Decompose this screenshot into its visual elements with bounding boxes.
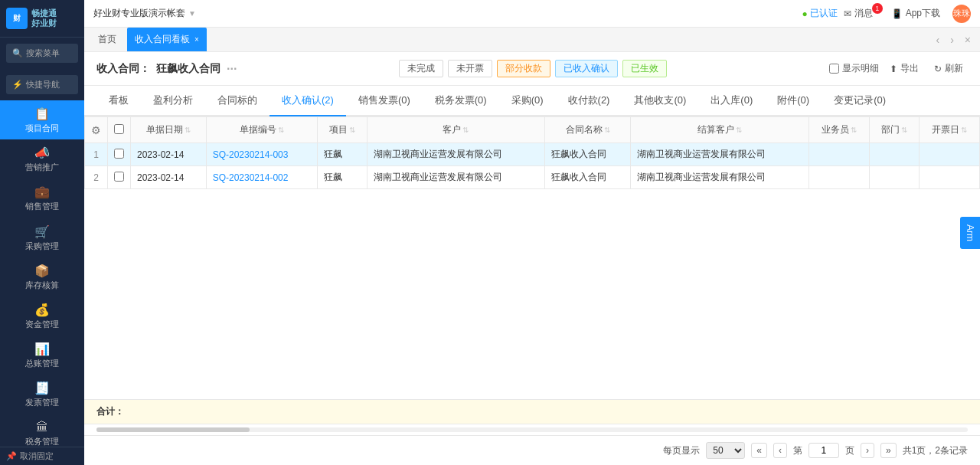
- home-tab[interactable]: 首页: [90, 28, 124, 51]
- date-sort-icon[interactable]: ⇅: [185, 126, 191, 134]
- display-detail-checkbox[interactable]: 显示明细: [829, 62, 879, 75]
- page-tab-9[interactable]: 出入库(0): [698, 86, 765, 116]
- contract-sort-icon[interactable]: ⇅: [604, 126, 610, 134]
- sidebar-item-4[interactable]: 📦 库存核算: [0, 257, 84, 296]
- row-check-1[interactable]: [108, 166, 131, 189]
- tab-close-all-button[interactable]: ×: [962, 32, 974, 47]
- first-page-button[interactable]: «: [751, 443, 767, 458]
- invoicedate-sort-icon[interactable]: ⇅: [961, 126, 967, 134]
- page-tab-5[interactable]: 税务发票(0): [423, 86, 499, 116]
- company-selector[interactable]: 好业财专业版演示帐套 ▼: [93, 7, 795, 20]
- active-tab[interactable]: 收入合同看板 ×: [127, 28, 207, 51]
- row-docno-1[interactable]: SQ-20230214-002: [206, 166, 318, 189]
- quick-nav-area[interactable]: ⚡ 快捷导航: [0, 69, 84, 100]
- table-row[interactable]: 1 2023-02-14 SQ-20230214-003 狂飙 湖南卫视商业运营…: [85, 143, 980, 166]
- refresh-button[interactable]: ↻ 刷新: [929, 61, 968, 77]
- page-tab-6[interactable]: 采购(0): [499, 86, 556, 116]
- sidebar-item-5[interactable]: 💰 资金管理: [0, 296, 84, 336]
- footer-total-label: 合计：: [96, 405, 124, 418]
- display-detail-input[interactable]: [829, 64, 839, 74]
- right-float-button[interactable]: Arm: [960, 217, 980, 249]
- sidebar-item-1[interactable]: 📣 营销推广: [0, 139, 84, 178]
- row-customer-1: 湖南卫视商业运营发展有限公司: [367, 166, 545, 189]
- sidebar-item-3[interactable]: 🛒 采购管理: [0, 218, 84, 257]
- next-page-button[interactable]: ›: [861, 443, 874, 458]
- row-num-1: 2: [85, 166, 108, 189]
- page-title-area: 收入合同： 狂飙收入合同 ···: [96, 62, 237, 76]
- page-tab-11[interactable]: 变更记录(0): [822, 86, 898, 116]
- page-tab-10[interactable]: 附件(0): [765, 86, 822, 116]
- export-button[interactable]: ⬆ 导出: [885, 61, 923, 77]
- status-tag-3[interactable]: 已收入确认: [555, 60, 618, 77]
- department-sort-icon[interactable]: ⇅: [901, 126, 907, 134]
- page-number-input[interactable]: [808, 443, 839, 458]
- select-all-checkbox[interactable]: [114, 124, 124, 134]
- tab-close-button[interactable]: ×: [194, 35, 199, 44]
- topbar-actions: ✉ 消息 1 📱 App下载 珠珠: [844, 5, 971, 23]
- table-footer: 合计：: [84, 399, 980, 424]
- app-download-button[interactable]: 📱 App下载: [891, 7, 940, 20]
- page-tab-7[interactable]: 收付款(2): [556, 86, 622, 116]
- scrollbar-thumb[interactable]: [96, 427, 250, 432]
- page-tab-3[interactable]: 收入确认(2): [270, 86, 346, 116]
- doc-link-0[interactable]: SQ-20230214-003: [213, 149, 289, 160]
- row-checkbox-0[interactable]: [114, 149, 124, 159]
- row-docno-0[interactable]: SQ-20230214-003: [206, 143, 318, 166]
- row-date-0: 2023-02-14: [131, 143, 207, 166]
- salesperson-sort-icon[interactable]: ⇅: [851, 126, 857, 134]
- per-page-select[interactable]: 50 20 100: [706, 442, 745, 459]
- prev-page-button[interactable]: ‹: [773, 443, 787, 458]
- sidebar-item-label-3: 采购管理: [25, 241, 59, 251]
- status-tag-4[interactable]: 已生效: [622, 60, 667, 77]
- sidebar-search-area[interactable]: 🔍 搜索菜单: [0, 38, 84, 69]
- docno-sort-icon[interactable]: ⇅: [278, 126, 284, 134]
- certified-label: 已认证: [810, 7, 838, 20]
- sidebar-item-7[interactable]: 🧾 发票管理: [0, 375, 84, 414]
- last-page-button[interactable]: »: [880, 443, 897, 458]
- user-menu[interactable]: 珠珠: [952, 5, 971, 23]
- content-actions: 显示明细 ⬆ 导出 ↻ 刷新: [829, 61, 968, 77]
- tab-prev-button[interactable]: ‹: [933, 32, 942, 47]
- logo-text-line1: 畅捷通: [31, 8, 57, 18]
- status-tag-2[interactable]: 部分收款: [497, 60, 550, 77]
- search-menu-button[interactable]: 🔍 搜索菜单: [6, 44, 78, 63]
- status-tag-1[interactable]: 未开票: [448, 60, 492, 77]
- settle-sort-icon[interactable]: ⇅: [736, 126, 742, 134]
- certified-badge: ● 已认证: [802, 7, 837, 20]
- page-tab-0[interactable]: 看板: [96, 86, 141, 116]
- row-dept-1: [870, 166, 919, 189]
- customer-sort-icon[interactable]: ⇅: [462, 126, 469, 134]
- sidebar-item-0[interactable]: 📋 项目合同: [0, 100, 84, 139]
- sidebar-item-icon-2: 💼: [34, 185, 50, 199]
- more-options-button[interactable]: ···: [227, 62, 237, 76]
- row-check-0[interactable]: [108, 143, 131, 166]
- doc-link-1[interactable]: SQ-20230214-002: [213, 172, 289, 183]
- tab-next-button[interactable]: ›: [947, 32, 957, 47]
- sidebar-item-label-1: 营销推广: [25, 162, 59, 172]
- message-icon: ✉: [844, 8, 851, 19]
- settle-customer-col-header: 结算客户⇅: [631, 117, 809, 143]
- sidebar-item-label-6: 总账管理: [25, 359, 59, 368]
- table-area: ⚙ 单据日期⇅ 单据编号⇅ 项目⇅ 客户⇅ 合同名称⇅ 结算客户⇅ 业务员⇅ 部…: [84, 116, 980, 399]
- table-header-row: ⚙ 单据日期⇅ 单据编号⇅ 项目⇅ 客户⇅ 合同名称⇅ 结算客户⇅ 业务员⇅ 部…: [85, 117, 980, 143]
- gear-icon[interactable]: ⚙: [91, 124, 101, 136]
- page-tab-4[interactable]: 销售发票(0): [346, 86, 423, 116]
- row-checkbox-1[interactable]: [114, 172, 124, 182]
- sidebar-item-icon-8: 🏛: [36, 421, 48, 434]
- page-tab-1[interactable]: 盈利分析: [141, 86, 205, 116]
- row-project-0: 狂飙: [318, 143, 367, 166]
- page-tab-8[interactable]: 其他收支(0): [622, 86, 698, 116]
- sidebar-item-8[interactable]: 🏛 税务管理: [0, 414, 84, 447]
- sidebar-item-6[interactable]: 📊 总账管理: [0, 336, 84, 375]
- page-title-prefix: 收入合同：: [96, 62, 150, 76]
- sidebar-item-2[interactable]: 💼 销售管理: [0, 178, 84, 218]
- pin-bar[interactable]: 📌 取消固定: [0, 447, 84, 465]
- page-tab-2[interactable]: 合同标的: [205, 86, 270, 116]
- quick-nav-button[interactable]: ⚡ 快捷导航: [6, 75, 78, 94]
- scrollbar-area[interactable]: [84, 424, 980, 435]
- table-row[interactable]: 2 2023-02-14 SQ-20230214-002 狂飙 湖南卫视商业运营…: [85, 166, 980, 189]
- topbar: 好业财专业版演示帐套 ▼ ● 已认证 ✉ 消息 1 📱 App下载 珠珠: [84, 0, 980, 28]
- project-sort-icon[interactable]: ⇅: [349, 126, 355, 134]
- message-button[interactable]: ✉ 消息 1: [844, 7, 879, 20]
- status-tag-0[interactable]: 未完成: [399, 60, 443, 77]
